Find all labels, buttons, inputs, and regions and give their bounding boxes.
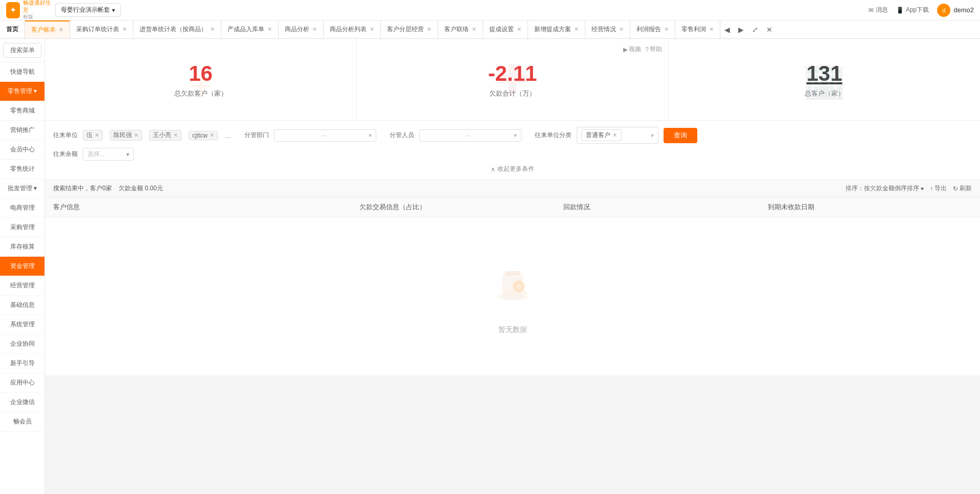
tab-retail-profit-label: 零售利润	[681, 25, 706, 34]
filter-tag-wang[interactable]: 王小亮 ✕	[149, 130, 181, 141]
tab-close-icon[interactable]: ✕	[574, 26, 579, 33]
filter-tag-chen[interactable]: 陈民强 ✕	[110, 130, 142, 141]
tab-goods-analysis-list-label: 商品分析列表	[330, 25, 367, 34]
tab-business[interactable]: 经营情况 ✕	[585, 20, 630, 39]
user-area[interactable]: d demo2	[937, 4, 974, 17]
svg-line-5	[523, 290, 526, 294]
tab-close-icon[interactable]: ✕	[517, 26, 521, 33]
sidebar-item-operations[interactable]: 经营管理	[0, 276, 44, 296]
sidebar-item-ecommerce[interactable]: 电商管理	[0, 198, 44, 218]
sidebar-item-finance[interactable]: 资金管理	[0, 257, 44, 276]
industry-selector[interactable]: 母婴行业演示帐套 ▾	[55, 3, 121, 17]
col-customer-info: 客户信息	[53, 203, 359, 212]
sidebar-item-basic-info[interactable]: 基础信息	[0, 296, 44, 315]
app-download-btn[interactable]: 📱 App下载	[896, 6, 929, 14]
sidebar-item-retail-management[interactable]: 零售管理 ▾	[0, 82, 44, 101]
sidebar-item-app-center[interactable]: 应用中心	[0, 373, 44, 393]
unit-class-select[interactable]: 普通客户 ✕ ▾	[577, 127, 658, 144]
app-label: App下载	[906, 6, 929, 14]
balance-select[interactable]: 选择... ▾	[83, 148, 134, 161]
remove-tag-wu-btn[interactable]: ✕	[95, 132, 99, 139]
tab-purchase-order-label: 采购订单统计表	[76, 25, 119, 34]
export-btn[interactable]: ↑ 导出	[930, 184, 947, 193]
dept-select[interactable]: ··· ▾	[274, 129, 376, 142]
tab-close-icon[interactable]: ✕	[210, 26, 215, 33]
stat-bg-building-icon: 🏢	[802, 59, 847, 101]
play-icon: ▶	[623, 46, 628, 53]
sidebar-item-member-center[interactable]: 会员中心	[0, 140, 44, 160]
sidebar-finance-label: 资金管理	[10, 262, 35, 270]
sidebar-item-marketing[interactable]: 营销推广	[0, 121, 44, 140]
sidebar-item-member[interactable]: 畅会员	[0, 412, 44, 432]
svg-rect-2	[505, 271, 520, 275]
tab-close-all-btn[interactable]: ✕	[762, 20, 777, 39]
filter-more-tags-btn[interactable]: ...	[225, 131, 231, 140]
sort-btn[interactable]: 排序：按欠款金额倒序排序 ▾	[846, 184, 924, 193]
stat-bg-coin-icon: ¥	[189, 56, 212, 103]
tab-scroll-right-btn[interactable]: ▶	[734, 20, 748, 39]
sidebar-item-retail-stats[interactable]: 零售统计	[0, 160, 44, 179]
sidebar-item-quick-nav[interactable]: 快捷导航	[0, 62, 44, 82]
tab-customer-contact-label: 客户联络	[444, 25, 469, 34]
tab-customer-tier[interactable]: 客户分层经营 ✕	[381, 20, 438, 39]
sidebar-item-enterprise[interactable]: 企业协同	[0, 334, 44, 354]
username: demo2	[953, 6, 974, 14]
tab-retail-profit[interactable]: 零售利润 ✕	[675, 20, 720, 39]
sidebar-retail-stats-label: 零售统计	[10, 165, 35, 172]
tab-goods-stats[interactable]: 进货单统计表（按商品） ✕	[133, 20, 221, 39]
search-menu-btn[interactable]: 搜索菜单	[3, 43, 41, 58]
tab-close-icon[interactable]: ✕	[59, 27, 63, 33]
tab-close-icon[interactable]: ✕	[619, 26, 624, 33]
tab-customer-ledger[interactable]: 客户账本 ✕	[25, 20, 70, 39]
logo-area: ✦ 畅捷通好生意 标版	[6, 0, 51, 20]
query-btn[interactable]: 查询	[664, 128, 697, 143]
tab-close-icon[interactable]: ✕	[427, 26, 431, 33]
sidebar-item-inventory[interactable]: 库存核算	[0, 237, 44, 257]
video-label: 视频	[629, 45, 641, 54]
tab-close-icon[interactable]: ✕	[709, 26, 714, 33]
sidebar-item-system[interactable]: 系统管理	[0, 315, 44, 334]
empty-state: 暂无数据	[45, 217, 980, 375]
tab-close-icon[interactable]: ✕	[472, 26, 476, 33]
message-btn[interactable]: ✉ 消息	[869, 6, 888, 14]
remove-tag-cjttcw-btn[interactable]: ✕	[210, 132, 214, 139]
tab-maximize-btn[interactable]: ⤢	[748, 20, 762, 39]
tab-new-commission[interactable]: 新增提成方案 ✕	[528, 20, 585, 39]
dept-filter-label: 分管部门	[244, 131, 269, 140]
help-btn[interactable]: ? 帮助	[645, 45, 662, 54]
tab-goods-analysis[interactable]: 商品分析 ✕	[279, 20, 324, 39]
refresh-btn[interactable]: ↻ 刷新	[953, 184, 972, 193]
tab-close-icon[interactable]: ✕	[267, 26, 272, 33]
person-select[interactable]: ··· ▾	[419, 129, 521, 142]
collapse-btn[interactable]: ∧ 收起更多条件	[53, 165, 972, 173]
video-btn[interactable]: ▶ 视频	[623, 45, 641, 54]
tab-product-in[interactable]: 产成品入库单 ✕	[221, 20, 279, 39]
sidebar-marketing-label: 营销推广	[10, 126, 35, 133]
tab-close-icon[interactable]: ✕	[122, 26, 127, 33]
tab-commission-setting[interactable]: 提成设置 ✕	[483, 20, 528, 39]
tab-home[interactable]: 首页	[0, 20, 25, 39]
filter-tag-cjttcw[interactable]: cjttcw ✕	[189, 131, 218, 140]
tab-goods-analysis-list[interactable]: 商品分析列表 ✕	[324, 20, 381, 39]
tab-close-icon[interactable]: ✕	[664, 26, 669, 33]
ellipsis-icon: ···	[466, 132, 471, 139]
tab-close-icon[interactable]: ✕	[312, 26, 317, 33]
sidebar-item-purchase[interactable]: 采购管理	[0, 218, 44, 237]
tab-customer-contact[interactable]: 客户联络 ✕	[438, 20, 483, 39]
export-label: 导出	[935, 184, 947, 193]
sort-label: 排序：按欠款金额倒序排序	[846, 184, 919, 193]
remove-tag-chen-btn[interactable]: ✕	[134, 132, 139, 139]
stat-card-debt-customers: ¥ 16 总欠款客户（家）	[45, 39, 357, 120]
tab-scroll-left-btn[interactable]: ◀	[720, 20, 734, 39]
sidebar-item-retail-mall[interactable]: 零售商城	[0, 101, 44, 121]
remove-customer-type-btn[interactable]: ✕	[612, 132, 617, 139]
sidebar-retail-label: 零售管理	[8, 87, 32, 95]
remove-tag-wang-btn[interactable]: ✕	[173, 132, 178, 139]
sidebar-item-guide[interactable]: 新手引导	[0, 354, 44, 373]
tab-profit-report[interactable]: 利润报告 ✕	[630, 20, 675, 39]
sidebar-item-wholesale[interactable]: 批发管理 ▾	[0, 179, 44, 198]
tab-close-icon[interactable]: ✕	[370, 26, 374, 33]
filter-tag-wu[interactable]: 伍 ✕	[83, 130, 103, 141]
tab-purchase-order[interactable]: 采购订单统计表 ✕	[70, 20, 133, 39]
sidebar-item-wechat[interactable]: 企业微信	[0, 393, 44, 412]
